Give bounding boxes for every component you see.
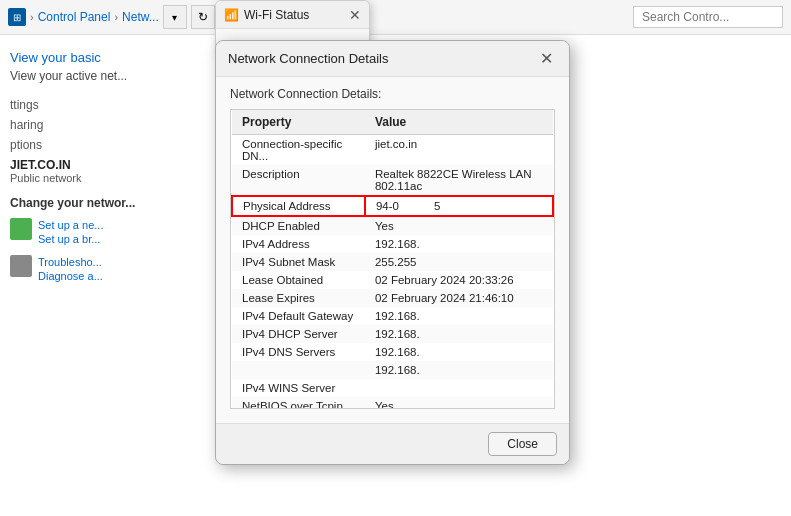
close-dialog-button[interactable]: Close [488,432,557,456]
property-cell: IPv4 WINS Server [232,379,365,397]
col-value-header: Value [365,110,553,135]
value-cell: Yes [365,397,553,409]
property-cell: IPv4 Address [232,235,365,253]
network-name: JIET.CO.IN [10,158,190,172]
ncd-footer: Close [216,423,569,464]
ncd-titlebar: Network Connection Details ✕ [216,41,569,77]
breadcrumb[interactable]: Control Panel [38,10,111,24]
table-row: IPv4 Subnet Mask 255.255 [232,253,553,271]
breadcrumb-network[interactable]: Netw... [122,10,159,24]
property-cell: IPv4 DHCP Server [232,325,365,343]
dropdown-button[interactable]: ▾ [163,5,187,29]
property-cell: Lease Expires [232,289,365,307]
breadcrumb-network-label[interactable]: Netw... [122,10,159,24]
property-cell: Lease Obtained [232,271,365,289]
value-cell: 255.255 [365,253,553,271]
wifi-close-button[interactable]: ✕ [349,7,361,23]
property-cell: Description [232,165,365,196]
ncd-close-button[interactable]: ✕ [535,48,557,70]
table-row: 192.168. [232,361,553,379]
ncd-dialog-title: Network Connection Details [228,51,535,66]
nav-settings[interactable]: ttings [10,98,190,112]
table-row: DHCP Enabled Yes [232,216,553,235]
table-row: Connection-specific DN... jiet.co.in [232,135,553,166]
property-cell: NetBIOS over Tcpip En... [232,397,365,409]
taskbar: ⊞ › Control Panel › Netw... ▾ ↻ [0,0,791,35]
ncd-table: Property Value Connection-specific DN...… [231,110,554,409]
change-network-title: Change your networ... [10,196,190,210]
view-network-subtitle: View your active net... [10,69,190,83]
wifi-title-text: Wi-Fi Status [244,8,349,22]
table-row: IPv4 DHCP Server 192.168. [232,325,553,343]
action-item-troubleshoot: Troublesho... Diagnose a... [10,255,190,284]
action-item-setup: Set up a ne... Set up a br... [10,218,190,247]
wifi-icon: 📶 [224,8,239,22]
view-basic-title: View your basic [10,50,190,65]
value-cell: 192.168. [365,307,553,325]
value-cell: Yes [365,216,553,235]
wifi-titlebar: 📶 Wi-Fi Status ✕ [216,1,369,29]
property-cell: DHCP Enabled [232,216,365,235]
ncd-dialog: Network Connection Details ✕ Network Con… [215,40,570,465]
value-cell: 02 February 2024 21:46:10 [365,289,553,307]
value-cell: 02 February 2024 20:33:26 [365,271,553,289]
property-cell-physical: Physical Address [232,196,365,216]
value-cell [365,379,553,397]
ncd-subtitle: Network Connection Details: [230,87,555,101]
network-type: Public network [10,172,190,184]
search-input[interactable] [633,6,783,28]
table-row: Description Realtek 8822CE Wireless LAN … [232,165,553,196]
col-property-header: Property [232,110,365,135]
table-row: IPv4 DNS Servers 192.168. [232,343,553,361]
breadcrumb-sep2: › [114,11,118,23]
table-row: IPv4 Default Gateway 192.168. [232,307,553,325]
setup-text1[interactable]: Set up a ne... [38,218,103,232]
refresh-button[interactable]: ↻ [191,5,215,29]
property-cell: IPv4 DNS Servers [232,343,365,361]
value-cell: 192.168. [365,343,553,361]
value-cell-physical: 94-0 5 [365,196,553,216]
cp-sidebar: View your basic View your active net... … [0,35,200,516]
value-cell: 192.168. [365,325,553,343]
setup-text2[interactable]: Set up a br... [38,232,103,246]
nav-sharing[interactable]: haring [10,118,190,132]
value-cell: 192.168. [365,235,553,253]
troubleshoot-icon [10,255,32,277]
property-cell: Connection-specific DN... [232,135,365,166]
table-row: IPv4 WINS Server [232,379,553,397]
setup-icon [10,218,32,240]
troubleshoot-text1[interactable]: Troublesho... [38,255,103,269]
app-icon: ⊞ [8,8,26,26]
nav-options[interactable]: ptions [10,138,190,152]
breadcrumb-control-panel[interactable]: Control Panel [38,10,111,24]
value-cell: 192.168. [365,361,553,379]
breadcrumb-sep1: › [30,11,34,23]
table-row: IPv4 Address 192.168. [232,235,553,253]
property-cell: IPv4 Default Gateway [232,307,365,325]
physical-address-row: Physical Address 94-0 5 [232,196,553,216]
value-cell: jiet.co.in [365,135,553,166]
table-row: Lease Obtained 02 February 2024 20:33:26 [232,271,553,289]
value-cell: Realtek 8822CE Wireless LAN 802.11ac [365,165,553,196]
property-cell: IPv4 Subnet Mask [232,253,365,271]
property-cell [232,361,365,379]
ncd-dialog-body: Network Connection Details: Property Val… [216,77,569,423]
table-row: NetBIOS over Tcpip En... Yes [232,397,553,409]
table-row: Lease Expires 02 February 2024 21:46:10 [232,289,553,307]
ncd-table-container[interactable]: Property Value Connection-specific DN...… [230,109,555,409]
troubleshoot-text2[interactable]: Diagnose a... [38,269,103,283]
